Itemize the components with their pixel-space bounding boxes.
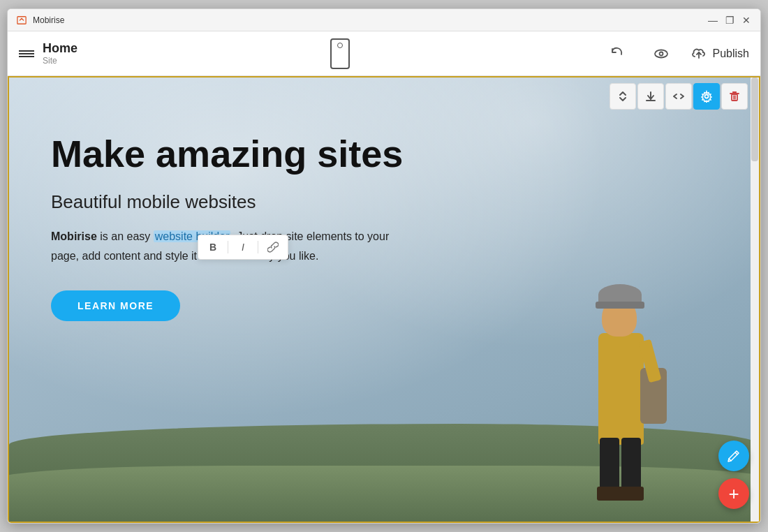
block-code-button[interactable] [665,83,692,110]
publish-label: Publish [713,47,749,60]
preview-button[interactable] [646,41,677,66]
app-title: Mobirise [33,15,64,25]
svg-line-10 [735,452,737,455]
hero-content: Make amazing sites Beautiful mobile webs… [51,133,403,321]
hamburger-line-3 [19,56,34,57]
fab-pencil-button[interactable] [718,441,749,471]
toolbar-center [323,34,357,73]
learn-more-button[interactable]: LEARN MORE [51,290,180,321]
hamburger-menu[interactable] [19,50,34,57]
code-icon [672,90,685,103]
link-icon [267,242,279,253]
body-text-1: is an easy [97,230,154,242]
block-toolbar [610,83,748,110]
svg-point-1 [655,50,667,57]
toolbar-right: Publish [603,41,749,66]
bold-button[interactable]: B [204,238,222,256]
block-download-button[interactable] [637,83,664,110]
pencil-icon [727,449,741,463]
site-label: Site [43,56,77,66]
scrollbar-thumb[interactable] [751,77,758,161]
minimize-button[interactable]: — [707,15,718,26]
hamburger-line-2 [19,53,34,54]
cloud-upload-icon [691,45,707,62]
publish-button[interactable]: Publish [691,45,749,62]
hero-subtitle[interactable]: Beautiful mobile websites [51,191,403,213]
site-name: Home [43,41,77,56]
format-divider-1 [228,241,228,253]
block-delete-button[interactable] [721,83,748,110]
mobile-icon [330,38,350,69]
canvas-wrapper: Make amazing sites Beautiful mobile webs… [8,76,760,523]
hamburger-line-1 [19,50,34,52]
window-controls: — ❐ ✕ [707,15,752,26]
fab-plus-button[interactable]: + [718,478,749,509]
toolbar-left-group: Home Site [19,41,77,66]
hero-person [563,263,675,501]
block-settings-button[interactable] [693,83,720,110]
trash-icon [728,90,741,103]
app-icon [16,15,27,26]
undo-button[interactable] [603,42,632,66]
site-info: Home Site [43,41,77,66]
hero-title[interactable]: Make amazing sites [51,133,403,175]
svg-rect-0 [17,16,26,24]
svg-point-2 [659,52,663,55]
main-toolbar: Home Site [8,31,760,76]
arrows-updown-icon [616,90,629,103]
app-window: Mobirise — ❐ ✕ Home Site [7,8,761,524]
italic-button[interactable]: I [234,238,252,256]
hero-section: Make amazing sites Beautiful mobile webs… [9,77,759,522]
title-bar-left: Mobirise [16,15,64,26]
undo-icon [610,46,625,61]
download-icon [644,90,657,103]
svg-rect-7 [732,94,737,101]
scrollbar[interactable] [751,77,759,522]
brand-name: Mobirise [51,230,97,242]
maximize-button[interactable]: ❐ [724,15,735,26]
block-move-button[interactable] [610,83,636,110]
close-button[interactable]: ✕ [741,15,752,26]
eye-icon [653,45,670,62]
link-button[interactable] [264,238,282,256]
svg-point-6 [705,95,709,98]
format-divider-2 [258,241,258,253]
gear-icon [700,90,713,103]
mobile-preview-button[interactable] [323,34,357,73]
text-format-toolbar: B I [198,235,288,260]
plus-icon: + [728,485,739,503]
title-bar: Mobirise — ❐ ✕ [8,9,760,31]
